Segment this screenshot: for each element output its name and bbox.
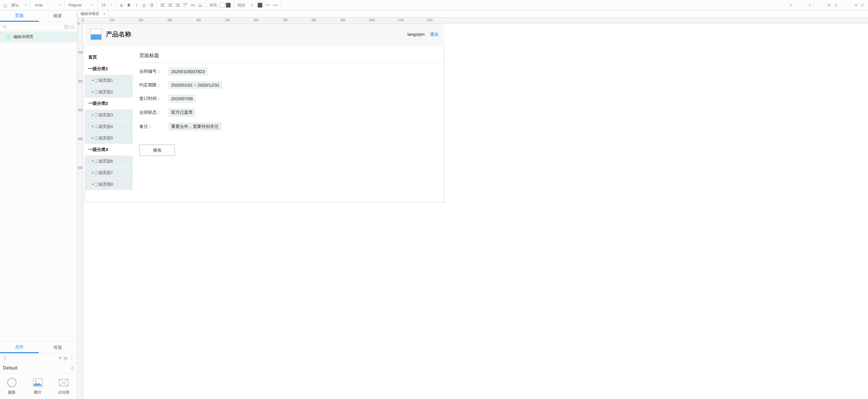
widgets-search-input[interactable] <box>9 356 26 360</box>
x-input[interactable] <box>775 2 789 8</box>
style-dropdown[interactable]: 默认 ▼ <box>9 2 29 9</box>
y-input[interactable] <box>794 2 808 8</box>
nav-item-1-0[interactable]: • 二级页面3 <box>85 110 133 121</box>
document-tab[interactable]: 编辑详情页 × <box>78 10 109 17</box>
library-options-icon[interactable] <box>64 357 68 360</box>
nav-home[interactable]: 首页 <box>85 52 133 63</box>
nav-item-2-0[interactable]: • 二级页面6 <box>85 156 133 167</box>
bullet-list-icon[interactable] <box>148 1 155 9</box>
widget-ellipse[interactable]: 圆形 <box>2 377 22 395</box>
svg-point-0 <box>150 4 150 4</box>
svg-rect-5 <box>151 6 153 7</box>
svg-rect-12 <box>176 4 180 4</box>
widget-label: 占位符 <box>58 390 69 395</box>
line-width-input[interactable] <box>248 2 256 8</box>
detail-row: 备注：重要合作，需要特别关注 <box>140 122 445 131</box>
document-tab-label: 编辑详情页 <box>81 11 99 17</box>
svg-rect-11 <box>168 6 172 7</box>
w-input[interactable] <box>813 2 827 8</box>
nav-item-0-1[interactable]: • 二级页面2 <box>85 86 133 98</box>
modify-button[interactable]: 修改 <box>140 145 175 156</box>
tab-widgets[interactable]: 元件 <box>0 342 39 353</box>
chevron-down-icon: ▼ <box>59 4 61 6</box>
fill-gradient-icon[interactable] <box>224 1 232 9</box>
tab-outline[interactable]: 概要 <box>39 10 78 22</box>
ruler-tick: 100 <box>110 19 115 22</box>
nav-group-2[interactable]: 一级分类3 <box>85 144 133 156</box>
canvas[interactable]: 产品名称 langzipm 退出 首页一级分类1• 二级页面1• 二级页面2一级… <box>83 23 868 399</box>
align-middle-icon[interactable] <box>189 1 196 9</box>
font-size-dropdown[interactable]: 13 ▼ <box>99 2 114 9</box>
ruler-tick: 300 <box>167 19 172 22</box>
document-tabstrip: 编辑详情页 × <box>78 10 868 18</box>
visibility-icon[interactable] <box>859 1 866 9</box>
align-center-icon[interactable] <box>166 1 174 9</box>
lock-aspect-icon[interactable] <box>832 1 840 9</box>
ruler-tick: 400 <box>196 19 201 22</box>
ruler-tick: 1100 <box>397 19 404 22</box>
bold-icon[interactable]: B <box>125 1 133 9</box>
nav-item-2-1[interactable]: • 二级页面7 <box>85 167 133 179</box>
widget-image[interactable]: 图片 <box>28 377 48 395</box>
pages-search-input[interactable] <box>9 25 26 29</box>
nav-group-1[interactable]: 一级分类2 <box>85 98 133 110</box>
svg-rect-13 <box>177 5 180 5</box>
page-icon <box>6 35 10 39</box>
italic-icon[interactable]: I <box>133 1 140 9</box>
page-title: 页面标题 <box>140 52 445 63</box>
nav-item-0-0[interactable]: • 二级页面1 <box>85 75 133 86</box>
svg-rect-14 <box>176 6 180 7</box>
detail-row: 约定期限：2020/01/01 ~ 2020/12/31 <box>140 81 445 89</box>
logout-link[interactable]: 退出 <box>430 32 439 37</box>
nav-item-2-2[interactable]: • 二级页面8 <box>85 179 133 190</box>
svg-rect-17 <box>183 5 187 6</box>
underline-icon[interactable]: U <box>140 1 148 9</box>
add-library-icon[interactable]: + <box>59 355 62 362</box>
svg-rect-7 <box>161 5 163 5</box>
add-page-icon[interactable] <box>64 25 68 29</box>
ruler-tick: 0 <box>78 22 80 25</box>
more-icon[interactable]: ⋮ <box>69 356 74 361</box>
page-tree-item-label: 编辑详情页 <box>13 34 33 39</box>
chevron-down-icon: ▼ <box>25 4 27 6</box>
nav-item-1-1[interactable]: • 二级页面4 <box>85 121 133 132</box>
tab-masters[interactable]: 母版 <box>39 342 78 353</box>
font-dropdown[interactable]: Arial ▼ <box>33 2 63 9</box>
widget-placeholder[interactable]: 占位符 <box>54 377 74 395</box>
detail-key: 约定期限： <box>140 82 168 88</box>
library-expand-icon[interactable]: ◇ <box>71 365 74 371</box>
close-tab-icon[interactable]: × <box>103 12 105 16</box>
svg-rect-16 <box>183 4 187 5</box>
y-label: Y <box>809 3 811 7</box>
font-color-icon[interactable]: A <box>118 1 125 9</box>
svg-point-43 <box>7 378 16 387</box>
fill-color-swatch[interactable] <box>220 3 224 7</box>
svg-point-2 <box>150 5 150 5</box>
h-input[interactable] <box>840 2 854 8</box>
search-icon[interactable] <box>3 356 7 360</box>
align-top-icon[interactable] <box>182 1 189 9</box>
line-arrow-icon[interactable] <box>271 1 279 9</box>
tab-pages[interactable]: 页面 <box>0 10 39 22</box>
align-right-icon[interactable] <box>174 1 182 9</box>
align-left-icon[interactable] <box>159 1 166 9</box>
add-folder-icon[interactable] <box>70 25 74 29</box>
nav-item-1-2[interactable]: • 二级页面5 <box>85 132 133 144</box>
svg-rect-15 <box>183 3 187 4</box>
w-label: W <box>828 3 831 7</box>
widget-label: 圆形 <box>8 390 16 395</box>
search-icon[interactable] <box>3 25 7 29</box>
edit-style-icon[interactable] <box>2 1 9 9</box>
library-name: Default <box>3 366 18 371</box>
line-color-icon[interactable] <box>256 1 264 9</box>
align-bottom-icon[interactable] <box>196 1 204 9</box>
line-style-icon[interactable] <box>264 1 271 9</box>
ruler-tick: 900 <box>341 19 345 22</box>
svg-point-30 <box>3 25 6 28</box>
product-title: 产品名称 <box>106 30 131 39</box>
svg-rect-41 <box>64 358 66 360</box>
page-tree-item[interactable]: 编辑详情页 <box>0 32 77 42</box>
font-weight-dropdown[interactable]: Regular ▼ <box>66 2 95 9</box>
ruler-horizontal: 0100200300400500600700800900100011001200 <box>83 18 868 23</box>
nav-group-0[interactable]: 一级分类1 <box>85 63 133 75</box>
